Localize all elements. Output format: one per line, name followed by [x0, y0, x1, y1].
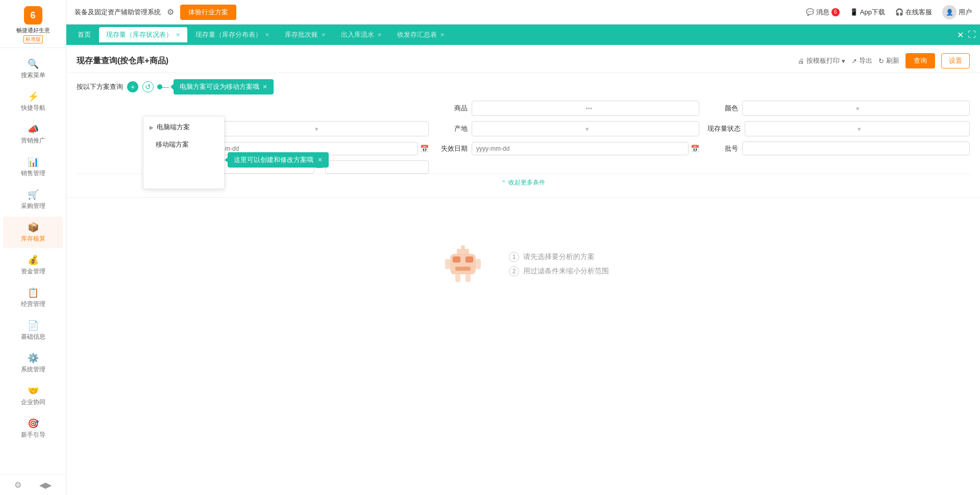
logo-icon: 6: [24, 6, 42, 25]
refresh-icon: ↻: [878, 57, 884, 65]
online-service-label: 在线客服: [905, 8, 932, 17]
tab-minimize-icon[interactable]: ✕: [957, 30, 964, 40]
message-icon: 💬: [806, 8, 814, 16]
collapse-sidebar-btn[interactable]: ◀▶: [39, 480, 52, 490]
goods-label: 商品: [437, 104, 468, 113]
tab-summary[interactable]: 收发存汇总表 ✕: [390, 27, 452, 42]
settings-bottom-btn[interactable]: ⚙: [14, 480, 21, 490]
sidebar-item-search-menu[interactable]: 🔍 搜索菜单: [3, 53, 63, 85]
empty-num-1: 1: [509, 252, 519, 262]
page-actions: 🖨 按模板打印 ▾ ↗ 导出 ↻ 刷新 查询 设置: [798, 53, 970, 68]
sidebar-item-operation[interactable]: 📋 经营管理: [3, 282, 63, 314]
circle-btn[interactable]: ↺: [142, 81, 154, 92]
tab-bar-controls: ✕ ⛶: [957, 30, 976, 40]
finance-label: 资金管理: [21, 267, 45, 276]
filter-field-origin: 产地 ▾: [437, 121, 699, 136]
page-inner: 现存量查询(按仓库+商品) 🖨 按模板打印 ▾ ↗ 导出 ↻ 刷新: [66, 45, 980, 495]
add-scheme-btn[interactable]: +: [127, 81, 138, 92]
empty-num-2: 2: [509, 266, 519, 276]
cooperation-label: 企业协同: [21, 398, 45, 407]
search-btn[interactable]: 查询: [905, 53, 935, 68]
gear-icon[interactable]: ⚙: [167, 7, 174, 17]
sidebar-item-system[interactable]: ⚙️ 系统管理: [3, 347, 63, 379]
origin-select[interactable]: ▾: [472, 121, 699, 136]
tab-summary-close[interactable]: ✕: [440, 32, 445, 38]
export-btn[interactable]: ↗ 导出: [851, 56, 872, 65]
size-select[interactable]: ▾: [201, 121, 429, 136]
filter-field-warehouse: 仓库 •••: [166, 101, 429, 116]
filter-label: 按以下方案查询: [77, 82, 123, 91]
empty-state: 1 请先选择要分析的方案 2 用过滤条件来缩小分析范围: [66, 198, 980, 331]
online-service-item[interactable]: 🎧 在线客服: [895, 8, 932, 17]
svg-rect-5: [476, 259, 481, 269]
sidebar-item-finance[interactable]: 💰 资金管理: [3, 249, 63, 281]
empty-step-1-label: 请先选择要分析的方案: [523, 252, 595, 262]
tab-stock-distribution[interactable]: 现存量（库存分布表） ✕: [188, 27, 277, 42]
user-item[interactable]: 👤 用户: [942, 5, 972, 19]
filter-header: 按以下方案查询 + ↺ ⟵ 电脑方案可设为移动方案哦 ✕: [77, 79, 970, 95]
svg-rect-6: [455, 274, 460, 282]
notification-item[interactable]: 💬 消息 6: [806, 8, 840, 17]
guide-label: 新手引导: [21, 431, 45, 439]
origin-dropdown-icon: ▾: [585, 125, 695, 133]
sidebar-item-cooperation[interactable]: 🤝 企业协同: [3, 380, 63, 412]
stock-main-max[interactable]: [325, 160, 429, 174]
refresh-btn[interactable]: ↻ 刷新: [878, 56, 899, 65]
operation-icon: 📋: [28, 287, 39, 298]
settings-btn[interactable]: 设置: [941, 53, 970, 68]
tab-stock-status[interactable]: 现存量（库存状况表） ✕: [99, 27, 187, 42]
sidebar-logo: 6 畅捷通好生意 标准版: [0, 0, 66, 48]
inventory-label: 库存核算: [21, 234, 45, 243]
tab-maximize-icon[interactable]: ⛶: [968, 30, 976, 39]
print-template-btn[interactable]: 🖨 按模板打印 ▾: [798, 56, 845, 65]
sidebar-item-purchase[interactable]: 🛒 采购管理: [3, 184, 63, 216]
sidebar-item-guide[interactable]: 🎯 新手引导: [3, 413, 63, 444]
highlight-dot-1: [157, 84, 162, 89]
tab-summary-label: 收发存汇总表: [397, 30, 437, 39]
tooltip-scheme-mobile: 电脑方案可设为移动方案哦 ✕: [174, 79, 274, 95]
sidebar-item-quick-nav[interactable]: ⚡ 快捷导航: [3, 86, 63, 117]
stock-state-select[interactable]: ▾: [745, 121, 970, 136]
exp-date-start[interactable]: [472, 142, 689, 155]
svg-rect-3: [455, 267, 471, 271]
tab-batch-account[interactable]: 库存批次账 ✕: [278, 27, 333, 42]
purchase-icon: 🛒: [28, 189, 39, 200]
tab-stock-status-close[interactable]: ✕: [176, 32, 180, 38]
user-label: 用户: [959, 8, 972, 17]
header-right: 💬 消息 6 📱 App下载 🎧 在线客服 👤 用户: [806, 5, 972, 19]
mobile-scheme-item[interactable]: 移动端方案: [143, 136, 224, 153]
sidebar-item-marketing[interactable]: 📣 营销推广: [3, 119, 63, 150]
basic-label: 基础信息: [21, 333, 45, 341]
sidebar-item-sales[interactable]: 📊 销售管理: [3, 151, 63, 183]
tab-home[interactable]: 首页: [70, 27, 98, 42]
quick-nav-label: 快捷导航: [21, 104, 45, 112]
empty-illustration: [437, 239, 488, 290]
exp-date-calendar-icon[interactable]: 📅: [691, 145, 699, 153]
app-download-label: App下载: [860, 8, 885, 17]
tab-stock-distribution-close[interactable]: ✕: [265, 32, 270, 38]
prod-date-calendar-icon[interactable]: 📅: [420, 145, 429, 153]
empty-state-content: 1 请先选择要分析的方案 2 用过滤条件来缩小分析范围: [437, 239, 609, 290]
tooltip-scheme-create: 这里可以创建和修改方案哦 ✕: [228, 152, 329, 168]
exp-date-label: 失效日期: [437, 144, 468, 153]
tab-stock-distribution-label: 现存量（库存分布表）: [195, 30, 262, 39]
tooltip-scheme-create-text: 这里可以创建和修改方案哦: [234, 155, 313, 164]
batch-input[interactable]: [742, 142, 970, 155]
tab-inout-flow[interactable]: 出入库流水 ✕: [334, 27, 389, 42]
tab-inout-flow-close[interactable]: ✕: [377, 32, 382, 38]
collapse-label: 收起更多条件: [508, 178, 545, 187]
tooltip-scheme-create-close[interactable]: ✕: [317, 156, 323, 163]
main-area: 装备及固定资产辅助管理系统 ⚙ 体验行业方案 💬 消息 6 📱 App下载 🎧 …: [66, 0, 980, 495]
tooltip-scheme-mobile-close[interactable]: ✕: [262, 83, 267, 90]
basic-icon: 📄: [28, 320, 39, 331]
app-download-item[interactable]: 📱 App下载: [850, 8, 885, 17]
sidebar-item-basic[interactable]: 📄 基础信息: [3, 315, 63, 346]
industry-btn[interactable]: 体验行业方案: [180, 5, 236, 20]
sidebar-item-inventory[interactable]: 📦 库存核算: [3, 217, 63, 248]
system-icon: ⚙️: [28, 352, 39, 364]
color-select[interactable]: ▾: [742, 101, 970, 116]
goods-select[interactable]: •••: [472, 101, 699, 116]
origin-label: 产地: [437, 124, 468, 133]
tab-batch-account-close[interactable]: ✕: [321, 32, 326, 38]
desktop-scheme-item[interactable]: ▶ 电脑端方案: [143, 119, 224, 136]
